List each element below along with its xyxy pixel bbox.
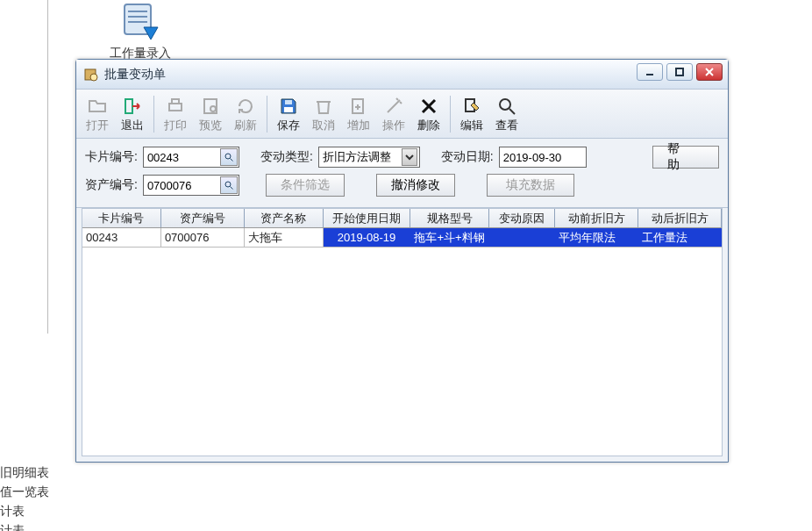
toolbar-separator (267, 96, 267, 133)
svg-line-20 (230, 159, 232, 161)
cell-start-date[interactable]: 2019-08-19 (324, 228, 411, 247)
filter-button: 条件筛选 (266, 174, 345, 197)
refresh-button[interactable]: 刷新 (228, 92, 263, 136)
refresh-icon (235, 97, 256, 116)
card-no-lookup (143, 147, 239, 168)
svg-line-22 (230, 187, 232, 190)
exit-icon (122, 97, 143, 116)
preview-icon (200, 97, 221, 116)
fill-data-button: 填充数据 (487, 174, 574, 197)
side-list-item[interactable]: 计表 (0, 501, 49, 520)
view-button[interactable]: 查看 (489, 92, 524, 136)
change-date-label: 变动日期: (441, 149, 494, 165)
cell-dep-before[interactable]: 平均年限法 (555, 228, 638, 247)
svg-point-10 (210, 106, 216, 111)
undo-change-button[interactable]: 撤消修改 (376, 174, 455, 197)
edit-icon (461, 97, 482, 116)
svg-point-17 (500, 99, 510, 110)
svg-rect-4 (676, 68, 683, 75)
chevron-down-icon[interactable] (402, 148, 417, 166)
card-no-lookup-button[interactable] (220, 148, 238, 166)
dialog-title: 批量变动单 (104, 67, 166, 83)
operate-button[interactable]: 操作 (376, 92, 411, 136)
card-no-label: 卡片编号: (85, 149, 138, 165)
asset-no-label: 资产编号: (85, 177, 138, 193)
help-button[interactable]: 帮 助 (652, 146, 719, 169)
open-button[interactable]: 打开 (80, 92, 115, 136)
floppy-icon (278, 97, 299, 116)
trash-icon (313, 97, 334, 116)
svg-rect-12 (285, 100, 292, 104)
side-list-item[interactable]: 旧明细表 (0, 463, 49, 482)
window-close-button[interactable] (696, 63, 723, 81)
preview-button[interactable]: 预览 (193, 92, 228, 136)
asset-no-lookup-button[interactable] (220, 176, 238, 194)
svg-line-18 (509, 109, 515, 114)
change-date-input[interactable] (499, 147, 587, 168)
add-button[interactable]: 增加 (341, 92, 376, 136)
window-maximize-button[interactable] (666, 63, 693, 81)
batch-change-dialog: 批量变动单 打开 退出 打印 预览 刷新 保存 取消 增加 操作 删除 编辑 查… (75, 59, 729, 463)
svg-point-19 (225, 154, 231, 159)
toolbar-separator (153, 96, 154, 133)
form-area: 卡片编号: 变动类型: 折旧方法调整 变动日期: 帮 助 资产编号: (76, 139, 728, 208)
titlebar[interactable]: 批量变动单 (76, 60, 728, 90)
svg-rect-8 (172, 99, 179, 104)
side-list-item[interactable]: 值一览表 (0, 482, 49, 501)
svg-point-21 (225, 182, 231, 187)
save-button[interactable]: 保存 (271, 92, 306, 136)
grid-body[interactable]: 00243 0700076 大拖车 2019-08-19 拖车+斗+料钢 平均年… (82, 228, 722, 456)
data-grid[interactable]: 卡片编号 资产编号 资产名称 开始使用日期 规格型号 变动原因 动前折旧方 动后… (82, 208, 723, 456)
col-dep-before[interactable]: 动前折旧方 (555, 209, 638, 227)
svg-rect-7 (169, 104, 182, 111)
cell-card-no[interactable]: 00243 (82, 228, 161, 247)
add-doc-icon (348, 97, 369, 116)
exit-button[interactable]: 退出 (115, 92, 150, 136)
wand-icon (383, 97, 404, 116)
col-start-date[interactable]: 开始使用日期 (324, 209, 411, 227)
side-list-item[interactable]: 计表 (0, 520, 49, 531)
svg-rect-11 (284, 107, 293, 112)
workload-entry-icon (114, 0, 167, 44)
change-type-select[interactable]: 折旧方法调整 (318, 147, 420, 168)
cancel-button[interactable]: 取消 (306, 92, 341, 136)
change-type-value: 折旧方法调整 (323, 149, 402, 165)
background-side-list: 旧明细表 值一览表 计表 计表 (0, 463, 49, 531)
change-type-label: 变动类型: (260, 149, 313, 165)
delete-x-icon (418, 97, 439, 116)
window-minimize-button[interactable] (637, 63, 663, 81)
col-dep-after[interactable]: 动后折旧方 (638, 209, 722, 227)
toolbar-separator (450, 96, 451, 133)
col-spec[interactable]: 规格型号 (410, 209, 489, 227)
search-icon (496, 97, 517, 116)
folder-open-icon (87, 97, 108, 116)
toolbar: 打开 退出 打印 预览 刷新 保存 取消 增加 操作 删除 编辑 查看 (76, 90, 728, 139)
app-icon (83, 67, 99, 83)
col-asset-name[interactable]: 资产名称 (245, 209, 324, 227)
desktop-shortcut-workload-entry[interactable]: 工作量录入 (88, 0, 193, 61)
svg-point-2 (90, 74, 97, 81)
printer-icon (165, 97, 186, 116)
cell-dep-after[interactable]: 工作量法 (638, 228, 722, 247)
cell-spec[interactable]: 拖车+斗+料钢 (410, 228, 489, 247)
delete-button[interactable]: 删除 (411, 92, 446, 136)
grid-header: 卡片编号 资产编号 资产名称 开始使用日期 规格型号 变动原因 动前折旧方 动后… (82, 209, 722, 228)
cell-asset-name[interactable]: 大拖车 (245, 228, 324, 247)
cell-reason[interactable] (489, 228, 555, 247)
col-card-no[interactable]: 卡片编号 (82, 209, 161, 227)
cell-asset-no[interactable]: 0700076 (161, 228, 245, 247)
col-asset-no[interactable]: 资产编号 (161, 209, 245, 227)
background-left-panel (0, 0, 48, 334)
col-reason[interactable]: 变动原因 (489, 209, 555, 227)
asset-no-lookup (143, 175, 239, 196)
edit-button[interactable]: 编辑 (454, 92, 489, 136)
print-button[interactable]: 打印 (158, 92, 193, 136)
table-row[interactable]: 00243 0700076 大拖车 2019-08-19 拖车+斗+料钢 平均年… (82, 228, 722, 248)
